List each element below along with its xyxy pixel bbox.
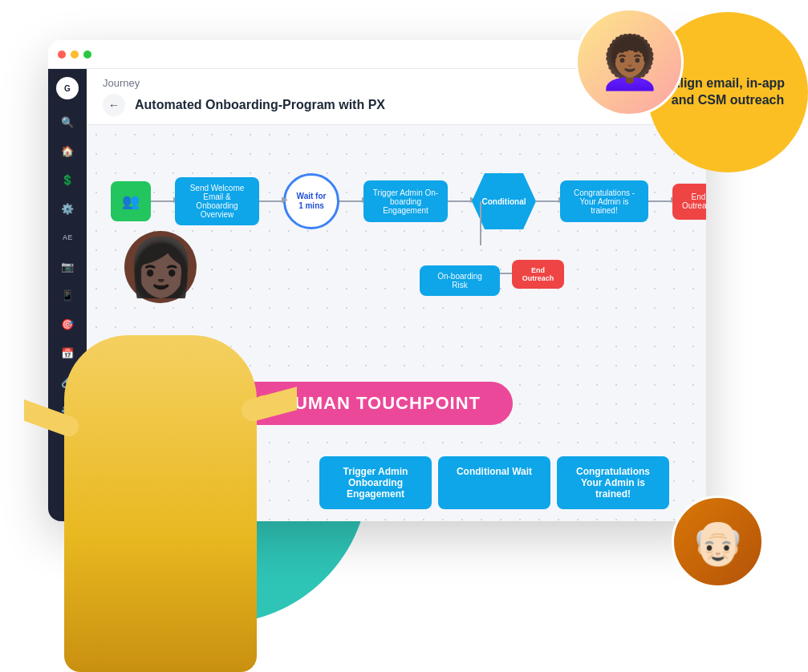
sidebar-logo: G: [56, 77, 79, 99]
connector-3: [339, 200, 363, 202]
bottom-card-1[interactable]: Trigger Admin Onboarding Engagement: [319, 456, 432, 509]
person-top-right-avatar: 👩🏾‍🦱: [598, 37, 662, 88]
person-shape: 👩🏿: [48, 231, 273, 672]
end-outreach-node-1[interactable]: End Outreach: [672, 184, 706, 220]
person-bottom-right-avatar: 👴🏻: [691, 520, 745, 564]
onboarding-risk-node[interactable]: On-boarding Risk: [420, 265, 500, 296]
sidebar-dollar-icon[interactable]: 💲: [56, 168, 79, 191]
congratulations-node[interactable]: Congratulations - Your Admin is trained!: [560, 180, 648, 222]
bottom-card-3[interactable]: Congratulations Your Admin is trained!: [557, 456, 669, 509]
minimize-dot[interactable]: [71, 51, 79, 59]
connector-5: [536, 200, 560, 202]
bottom-cards: Trigger Admin Onboarding Engagement Cond…: [319, 456, 669, 509]
conditional-node[interactable]: Conditional: [472, 173, 536, 229]
person-bottom-right: 👴🏻: [672, 496, 764, 588]
connector-4: [448, 200, 472, 202]
maximize-dot[interactable]: [83, 51, 91, 59]
journey-name: Automated Onboarding-Program with PX: [135, 98, 385, 112]
bottom-card-2[interactable]: Conditional Wait: [438, 456, 550, 509]
person-top-right: 👩🏾‍🦱: [575, 8, 684, 116]
close-dot[interactable]: [58, 51, 66, 59]
sidebar-search-icon[interactable]: 🔍: [56, 111, 79, 133]
sidebar-home-icon[interactable]: 🏠: [56, 140, 79, 162]
head: 👩🏿: [124, 231, 197, 303]
body: [64, 335, 257, 672]
main-person-figure: 👩🏿: [24, 191, 297, 672]
face-emoji: 👩🏿: [126, 239, 196, 295]
connector-6: [648, 200, 672, 202]
vertical-connector-1: [480, 201, 481, 245]
back-button[interactable]: ←: [103, 94, 125, 116]
touchpoint-text: HUMAN TOUCHPOINT: [281, 393, 481, 414]
main-person-container: 👩🏿: [24, 191, 297, 672]
end-outreach-node-2[interactable]: End Outreach: [512, 260, 564, 289]
trigger-admin-node[interactable]: Trigger Admin On-boarding Engagement: [363, 180, 448, 222]
